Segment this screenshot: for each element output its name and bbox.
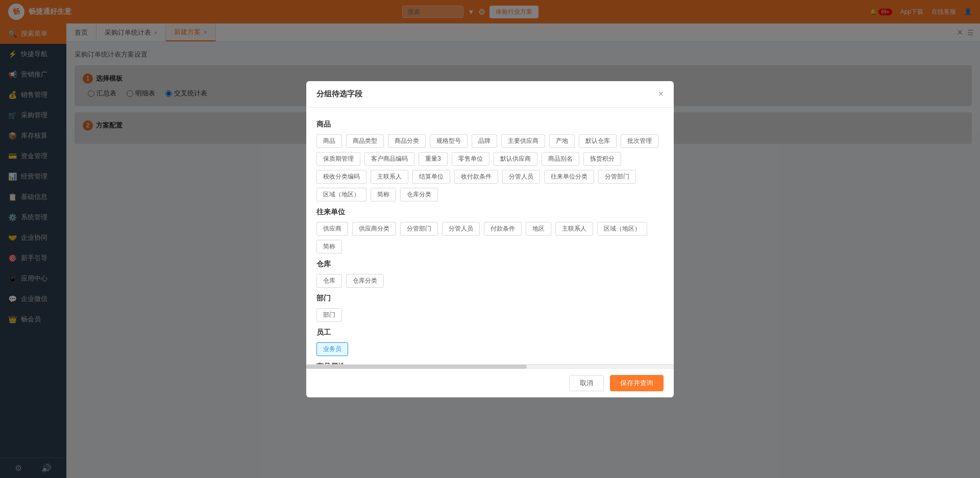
field-tag-settlement-unit[interactable]: 结算单位 <box>412 170 450 184</box>
field-tag-payment-terms[interactable]: 收付款条件 <box>454 170 498 184</box>
field-tag-retail-unit[interactable]: 零售单位 <box>452 152 489 166</box>
modal-title: 分组待选字段 <box>316 89 362 99</box>
field-tag-product-type[interactable]: 商品类型 <box>346 134 384 148</box>
field-tag-weight3[interactable]: 重量3 <box>419 152 448 166</box>
field-tags-partner: 供应商 供应商分类 分管部门 分管人员 付款条件 地区 主联系人 区域（地区） … <box>316 222 664 254</box>
section-title-product: 商品 <box>316 120 664 129</box>
section-title-partner: 往来单位 <box>316 208 664 217</box>
field-tags-warehouse: 仓库 仓库分类 <box>316 274 664 288</box>
field-tag-spec-model[interactable]: 规格型号 <box>430 134 468 148</box>
field-tags-department: 部门 <box>316 308 664 322</box>
modal-horizontal-scrollbar[interactable] <box>306 364 674 368</box>
field-tag-salesperson[interactable]: 业务员 <box>316 342 348 356</box>
field-tag-short-name-partner[interactable]: 简称 <box>316 240 342 254</box>
field-tag-payment-terms-partner[interactable]: 付款条件 <box>484 222 522 236</box>
cancel-button[interactable]: 取消 <box>569 375 604 391</box>
field-tags-product: 商品 商品类型 商品分类 规格型号 品牌 主要供应商 产地 默认仓库 批次管理 … <box>316 134 664 202</box>
field-tag-region-partner[interactable]: 地区 <box>526 222 551 236</box>
modal-overlay: 分组待选字段 × 商品 商品 商品类型 商品分类 规格型号 品牌 主要供应商 产… <box>0 0 980 478</box>
field-tag-main-supplier[interactable]: 主要供应商 <box>501 134 545 148</box>
field-tag-customer-code[interactable]: 客户商品编码 <box>364 152 414 166</box>
field-tag-product[interactable]: 商品 <box>316 134 342 148</box>
field-tag-supervisor[interactable]: 分管人员 <box>502 170 540 184</box>
field-tag-product-alias[interactable]: 商品别名 <box>542 152 579 166</box>
field-tag-dept[interactable]: 分管部门 <box>598 170 636 184</box>
field-tag-shelf-life[interactable]: 保质期管理 <box>316 152 360 166</box>
modal-header: 分组待选字段 × <box>306 81 674 108</box>
confirm-button[interactable]: 保存并查询 <box>610 375 664 391</box>
field-tag-default-supplier[interactable]: 默认供应商 <box>494 152 537 166</box>
field-tag-pick-points[interactable]: 拣货积分 <box>583 152 621 166</box>
field-tag-warehouse[interactable]: 仓库 <box>316 274 342 288</box>
field-tag-main-contact[interactable]: 主联系人 <box>371 170 408 184</box>
section-title-employee: 员工 <box>316 328 664 337</box>
field-tag-supplier-category[interactable]: 供应商分类 <box>352 222 396 236</box>
field-tag-tax-code[interactable]: 税收分类编码 <box>316 170 366 184</box>
section-title-warehouse: 仓库 <box>316 260 664 269</box>
field-tag-department[interactable]: 部门 <box>316 308 342 322</box>
field-tag-supplier[interactable]: 供应商 <box>316 222 348 236</box>
field-tag-warehouse-category[interactable]: 仓库分类 <box>400 188 438 202</box>
modal-dialog: 分组待选字段 × 商品 商品 商品类型 商品分类 规格型号 品牌 主要供应商 产… <box>306 81 674 397</box>
modal-close-btn[interactable]: × <box>658 89 664 98</box>
field-tag-default-warehouse[interactable]: 默认仓库 <box>579 134 617 148</box>
field-tag-main-contact-partner[interactable]: 主联系人 <box>555 222 593 236</box>
field-tag-warehouse-cat[interactable]: 仓库分类 <box>346 274 384 288</box>
field-tag-region2-partner[interactable]: 区域（地区） <box>597 222 647 236</box>
section-title-department: 部门 <box>316 294 664 303</box>
field-tags-employee: 业务员 <box>316 342 664 356</box>
modal-footer: 取消 保存并查询 <box>306 368 674 397</box>
field-tag-short-name[interactable]: 简称 <box>371 188 396 202</box>
field-tag-origin[interactable]: 产地 <box>549 134 575 148</box>
field-tag-region-product[interactable]: 区域（地区） <box>316 188 366 202</box>
field-tag-batch-mgmt[interactable]: 批次管理 <box>621 134 658 148</box>
field-tag-partner-category[interactable]: 往来单位分类 <box>544 170 594 184</box>
field-tag-brand[interactable]: 品牌 <box>472 134 497 148</box>
modal-body: 商品 商品 商品类型 商品分类 规格型号 品牌 主要供应商 产地 默认仓库 批次… <box>306 108 674 364</box>
field-tag-dept-partner[interactable]: 分管部门 <box>400 222 438 236</box>
field-tag-product-category[interactable]: 商品分类 <box>388 134 426 148</box>
modal-scroll-thumb <box>306 365 527 369</box>
field-tag-supervisor-partner[interactable]: 分管人员 <box>442 222 480 236</box>
